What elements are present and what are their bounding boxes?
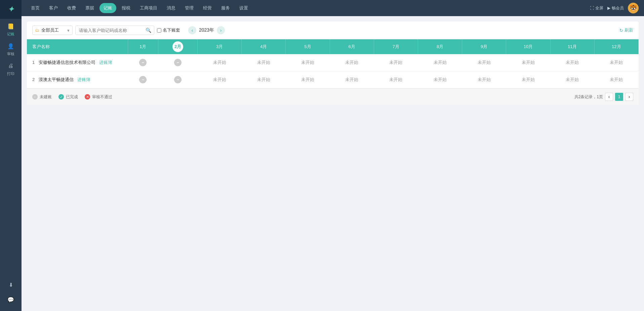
content: 🗂 全部员工 ▾ 🔍 名下账套 ‹ 2023年 › — [22, 16, 644, 311]
nav-client[interactable]: 客户 — [45, 3, 62, 13]
status-not-started: 未开始 — [301, 77, 314, 82]
col-client-name: 客户名称 — [27, 39, 128, 54]
status-not-started: 未开始 — [345, 77, 358, 82]
legend-completed: ✓ 已完成 — [58, 94, 78, 100]
fullscreen-button[interactable]: ⛶ 全屏 — [590, 5, 603, 11]
enter-ledger-link[interactable]: 进账簿 — [77, 77, 90, 82]
month-1-cell: − — [128, 54, 158, 71]
month-8-cell: 未开始 — [418, 54, 462, 71]
legend-dot-teal: ✓ — [58, 94, 64, 100]
status-not-started: 未开始 — [345, 60, 358, 65]
table-row: 2 漠澳太平畅捷通信 进账簿 − − 未开始 未开始 未开始 未开始 未开始 未… — [27, 71, 639, 88]
nav-management[interactable]: 管理 — [181, 3, 198, 13]
sidebar-item-download[interactable]: ⬇ — [0, 277, 22, 291]
month-1-cell: − — [128, 71, 158, 88]
nav-home[interactable]: 首页 — [27, 3, 44, 13]
status-dash-icon: − — [174, 59, 182, 66]
fullscreen-label: 全屏 — [595, 5, 603, 11]
employee-select[interactable]: 🗂 全部员工 ▾ — [32, 26, 73, 35]
month-6-cell: 未开始 — [330, 54, 374, 71]
col-jul: 7月 — [374, 39, 418, 54]
status-not-started: 未开始 — [389, 77, 402, 82]
col-oct: 10月 — [506, 39, 550, 54]
sidebar-item-bookkeeping[interactable]: 📒 记账 — [0, 19, 22, 39]
page-1-button[interactable]: 1 — [615, 93, 623, 101]
year-label: 2023年 — [199, 27, 214, 33]
data-table: 客户名称 1月 2月 3月 4月 5月 6月 7月 8月 9月 — [27, 39, 639, 88]
dropdown-arrow-icon: ▾ — [67, 28, 70, 33]
month-6-cell: 未开始 — [330, 71, 374, 88]
legend-not-built-label: 未建账 — [40, 94, 52, 100]
status-not-started: 未开始 — [434, 77, 447, 82]
main-area: 首页 客户 收费 票据 记账 报税 工商项目 消息 管理 经营 服务 设置 ⛶ … — [22, 0, 644, 311]
top-nav: 首页 客户 收费 票据 记账 报税 工商项目 消息 管理 经营 服务 设置 ⛶ … — [22, 0, 644, 16]
month-11-cell: 未开始 — [550, 71, 594, 88]
sidebar-item-audit[interactable]: 👤 审核 — [0, 39, 22, 59]
nav-settings[interactable]: 设置 — [235, 3, 252, 13]
col-jun: 6月 — [330, 39, 374, 54]
app-logo: ✦ — [0, 0, 22, 19]
enter-ledger-link[interactable]: 进账簿 — [99, 60, 112, 65]
year-next-button[interactable]: › — [217, 26, 225, 34]
download-icon: ⬇ — [7, 281, 15, 289]
month-4-cell: 未开始 — [242, 54, 286, 71]
total-records: 共2条记录，1页 — [574, 94, 603, 100]
check-icon: ✓ — [60, 95, 63, 99]
fullscreen-icon: ⛶ — [590, 6, 594, 10]
col-mar: 3月 — [198, 39, 242, 54]
month-7-cell: 未开始 — [374, 71, 418, 88]
nav-bookkeeping[interactable]: 记账 — [99, 3, 116, 13]
legend-rejected: ✕ 审核不通过 — [85, 94, 112, 100]
audit-icon: 👤 — [7, 42, 15, 50]
sidebar-item-audit-label: 审核 — [7, 51, 14, 56]
search-box: 🔍 — [75, 26, 154, 35]
status-not-started: 未开始 — [389, 60, 402, 65]
sidebar-item-bookkeeping-label: 记账 — [7, 32, 14, 37]
page-prev-button[interactable]: ‹ — [605, 93, 613, 101]
refresh-icon: ↻ — [619, 28, 623, 33]
month-5-cell: 未开始 — [286, 71, 330, 88]
month-8-cell: 未开始 — [418, 71, 462, 88]
legend-not-built: − 未建账 — [32, 94, 52, 100]
refresh-button[interactable]: ↻ 刷新 — [619, 27, 633, 33]
support-icon: 💬 — [7, 296, 15, 304]
table-header-row: 客户名称 1月 2月 3月 4月 5月 6月 7月 8月 9月 — [27, 39, 639, 54]
month-9-cell: 未开始 — [462, 71, 506, 88]
member-icon: ▶ — [607, 6, 610, 10]
user-avatar[interactable]: 🐯 — [628, 3, 639, 13]
nav-operation[interactable]: 经营 — [199, 3, 216, 13]
col-apr: 4月 — [242, 39, 286, 54]
col-feb: 2月 — [158, 39, 198, 54]
status-not-started: 未开始 — [434, 60, 447, 65]
nav-tax[interactable]: 报税 — [118, 3, 134, 13]
search-button[interactable]: 🔍 — [143, 26, 154, 35]
search-input[interactable] — [76, 26, 143, 35]
my-accounts-checkbox-input[interactable] — [157, 28, 161, 33]
status-not-started: 未开始 — [522, 77, 535, 82]
status-dash-icon: − — [139, 59, 147, 66]
month-12-cell: 未开始 — [594, 54, 638, 71]
nav-service[interactable]: 服务 — [217, 3, 234, 13]
page-next-button[interactable]: › — [625, 93, 633, 101]
member-button[interactable]: ▶ 畅会员 — [607, 5, 624, 11]
sidebar-item-print[interactable]: 🖨 打印 — [0, 59, 22, 78]
nav-message[interactable]: 消息 — [163, 3, 179, 13]
month-3-cell: 未开始 — [198, 71, 242, 88]
status-not-started: 未开始 — [566, 77, 579, 82]
month-4-cell: 未开始 — [242, 71, 286, 88]
year-prev-button[interactable]: ‹ — [188, 26, 196, 34]
current-month-circle: 2月 — [172, 41, 183, 52]
month-7-cell: 未开始 — [374, 54, 418, 71]
month-10-cell: 未开始 — [506, 71, 550, 88]
year-nav: ‹ 2023年 › — [188, 26, 225, 34]
nav-billing[interactable]: 收费 — [63, 3, 80, 13]
status-not-started: 未开始 — [610, 60, 623, 65]
nav-business[interactable]: 工商项目 — [136, 3, 161, 13]
month-2-cell: − — [158, 54, 198, 71]
my-accounts-checkbox[interactable]: 名下账套 — [157, 27, 180, 33]
status-not-started: 未开始 — [610, 77, 623, 82]
sidebar-item-support[interactable]: 💬 — [0, 292, 22, 306]
nav-invoice[interactable]: 票据 — [81, 3, 98, 13]
month-9-cell: 未开始 — [462, 54, 506, 71]
print-icon: 🖨 — [7, 62, 15, 70]
